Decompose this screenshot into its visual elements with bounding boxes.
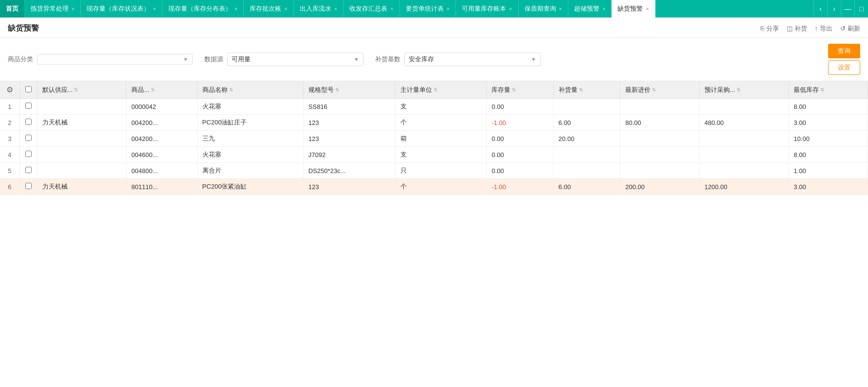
tab-8-close[interactable]: × — [509, 6, 512, 12]
page-header: 缺货预警 ⎘ 分享 ◫ 补货 ↑ 导出 ↺ 刷新 — [0, 18, 868, 38]
col-replenish-sort: ⇅ — [579, 87, 583, 92]
col-spec-header[interactable]: 规格型号 ⇅ — [303, 81, 395, 99]
row-index: 6 — [0, 179, 19, 195]
tab-home[interactable]: 首页 — [0, 0, 25, 18]
row-checkbox[interactable] — [25, 103, 32, 109]
row-checkbox-cell — [19, 147, 37, 163]
tab-10[interactable]: 超储预警 × — [568, 0, 612, 18]
tab-6-label: 收发存汇总表 — [349, 4, 387, 13]
select-all-checkbox[interactable] — [25, 86, 32, 92]
tab-5[interactable]: 出入库流水 × — [294, 0, 344, 18]
col-supplier-header[interactable]: 默认供应... ⇅ — [37, 81, 127, 99]
refresh-button[interactable]: ↺ 刷新 — [840, 24, 860, 33]
col-stock-sort: ⇅ — [512, 87, 516, 92]
row-index: 1 — [0, 99, 19, 115]
row-replenish — [553, 147, 620, 163]
row-checkbox[interactable] — [25, 183, 32, 189]
row-spec: 123 — [303, 131, 395, 147]
row-product-name: 火花塞 — [197, 147, 303, 163]
tab-2-label: 现存量（库存状况表） — [87, 4, 150, 13]
tab-11-close[interactable]: × — [646, 6, 649, 12]
row-spec: 123 — [303, 115, 395, 131]
row-checkbox[interactable] — [25, 135, 32, 141]
tab-8[interactable]: 可用量库存账本 × — [456, 0, 518, 18]
tab-2[interactable]: 现存量（库存状况表） × — [81, 0, 162, 18]
row-product-code: 004200... — [127, 131, 198, 147]
tab-5-label: 出入库流水 — [300, 4, 331, 13]
col-spec-label: 规格型号 — [308, 86, 334, 94]
tab-bar: 首页 拣货异常处理 × 现存量（库存状况表） × 现存量（库存分布表） × 库存… — [0, 0, 868, 18]
datasource-label: 数据源 — [204, 55, 223, 64]
tab-9-close[interactable]: × — [559, 6, 562, 12]
table-row: 4 004600... 火花塞 J7092 支 0.00 8.00 — [0, 147, 868, 163]
col-stock-header[interactable]: 库存量 ⇅ — [487, 81, 553, 99]
row-spec: J7092 — [303, 147, 395, 163]
col-min-stock-header[interactable]: 最低库存 ⇅ — [789, 81, 868, 99]
col-unit-header[interactable]: 主计量单位 ⇅ — [395, 81, 487, 99]
tab-10-close[interactable]: × — [602, 6, 605, 12]
window-minimize-button[interactable]: — — [841, 0, 854, 18]
tab-1[interactable]: 拣货异常处理 × — [25, 0, 81, 18]
share-button[interactable]: ⎘ 分享 — [760, 24, 779, 33]
export-button[interactable]: ↑ 导出 — [815, 24, 833, 33]
row-checkbox[interactable] — [25, 119, 32, 125]
refresh-label: 刷新 — [848, 24, 860, 33]
tab-3[interactable]: 现存量（库存分布表） × — [163, 0, 244, 18]
row-product-name: 火花塞 — [197, 99, 303, 115]
row-latest-price — [620, 147, 700, 163]
tab-9-label: 保质期查询 — [524, 4, 556, 13]
replenish-button[interactable]: ◫ 补货 — [787, 24, 807, 33]
tab-2-close[interactable]: × — [153, 6, 156, 12]
tab-5-close[interactable]: × — [334, 6, 337, 12]
col-estimated-purchase-header[interactable]: 预计采购... ⇅ — [699, 81, 789, 99]
table-row: 5 004800... 离合片 DS250*23c... 只 0.00 1.00 — [0, 163, 868, 179]
col-replenish-header[interactable]: 补货量 ⇅ — [553, 81, 620, 99]
row-replenish: 6.00 — [553, 115, 620, 131]
datasource-select[interactable]: 可用量 ▼ — [227, 53, 363, 66]
tab-3-close[interactable]: × — [235, 6, 237, 12]
export-icon: ↑ — [815, 25, 818, 32]
row-unit: 个 — [395, 115, 487, 131]
replenish-base-select[interactable]: 安全库存 ▼ — [404, 53, 541, 66]
header-actions: ⎘ 分享 ◫ 补货 ↑ 导出 ↺ 刷新 — [760, 24, 861, 33]
col-product-code-header[interactable]: 商品... ⇅ — [127, 81, 198, 99]
tab-9[interactable]: 保质期查询 × — [519, 0, 568, 18]
row-estimated-purchase — [699, 99, 789, 115]
category-select[interactable]: ▼ — [37, 54, 193, 65]
tab-11[interactable]: 缺货预警 × — [612, 0, 655, 18]
table-row: 3 004200... 三九 123 箱 0.00 20.00 10.00 — [0, 131, 868, 147]
window-maximize-button[interactable]: □ — [854, 0, 868, 18]
col-stock-label: 库存量 — [491, 86, 510, 94]
table-row: 1 0000042 火花塞 SS816 支 0.00 8.00 — [0, 99, 868, 115]
row-estimated-purchase: 480.00 — [699, 115, 789, 131]
row-unit: 支 — [395, 147, 487, 163]
col-product-name-header[interactable]: 商品名称 ⇅ — [197, 81, 303, 99]
col-replenish-label: 补货量 — [559, 86, 578, 94]
tab-6[interactable]: 收发存汇总表 × — [344, 0, 399, 18]
query-button[interactable]: 查询 — [828, 44, 860, 58]
col-latest-price-header[interactable]: 最新进价 ⇅ — [620, 81, 700, 99]
row-latest-price — [620, 163, 700, 179]
row-replenish: 6.00 — [553, 179, 620, 195]
tab-1-close[interactable]: × — [72, 6, 74, 12]
tab-4-close[interactable]: × — [284, 6, 287, 12]
right-buttons: 查询 设置 — [828, 44, 860, 75]
row-product-code: 004200... — [127, 115, 198, 131]
setting-button[interactable]: 设置 — [828, 60, 860, 75]
tab-6-close[interactable]: × — [390, 6, 393, 12]
tab-prev-button[interactable]: ‹ — [814, 0, 827, 18]
row-min-stock: 3.00 — [789, 115, 868, 131]
row-supplier — [37, 163, 127, 179]
tab-7-close[interactable]: × — [447, 6, 450, 12]
column-settings-icon[interactable]: ⚙ — [6, 86, 13, 94]
row-latest-price — [620, 131, 700, 147]
tab-next-button[interactable]: › — [827, 0, 841, 18]
row-estimated-purchase — [699, 131, 789, 147]
tab-7[interactable]: 要货单统计表 × — [400, 0, 456, 18]
col-gear: ⚙ — [0, 81, 19, 99]
datasource-filter-group: 数据源 可用量 ▼ — [204, 53, 363, 66]
row-unit: 支 — [395, 99, 487, 115]
row-checkbox[interactable] — [25, 151, 32, 157]
row-checkbox[interactable] — [25, 167, 32, 173]
tab-4[interactable]: 库存批次账 × — [244, 0, 293, 18]
